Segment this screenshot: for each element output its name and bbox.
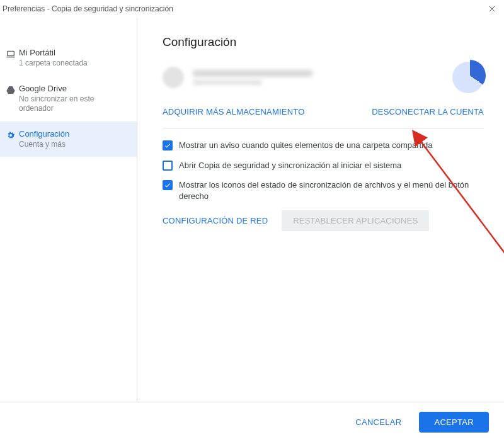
window-title: Preferencias - Copia de seguridad y sinc… xyxy=(3,4,173,13)
sidebar-item-laptop[interactable]: Mi Portátil 1 carpeta conectada xyxy=(0,40,137,76)
page-title: Configuración xyxy=(163,35,484,49)
drive-icon xyxy=(3,85,19,95)
get-more-storage-link[interactable]: ADQUIRIR MÁS ALMACENAMIENTO xyxy=(163,107,304,116)
close-icon[interactable] xyxy=(486,3,498,14)
checkbox[interactable] xyxy=(163,140,173,150)
checkbox[interactable] xyxy=(163,161,173,171)
network-settings-button[interactable]: CONFIGURACIÓN DE RED xyxy=(163,216,268,225)
sidebar-item-label: Google Drive xyxy=(19,84,130,93)
laptop-icon xyxy=(3,49,19,59)
sidebar-item-sublabel: Cuenta y más xyxy=(19,140,130,150)
account-row xyxy=(163,62,484,93)
sidebar: Mi Portátil 1 carpeta conectada Google D… xyxy=(0,18,137,402)
titlebar: Preferencias - Copia de seguridad y sinc… xyxy=(0,0,504,18)
sidebar-item-sublabel: No sincronizar en este ordenador xyxy=(19,94,130,114)
option-label: Abrir Copia de seguridad y sincronizació… xyxy=(179,160,401,171)
option-label: Mostrar los iconos del estado de sincron… xyxy=(179,179,484,201)
svg-rect-2 xyxy=(8,51,14,55)
checkbox[interactable] xyxy=(163,180,173,190)
disconnect-account-link[interactable]: DESCONECTAR LA CUENTA xyxy=(372,107,484,116)
avatar xyxy=(163,67,184,88)
sidebar-item-drive[interactable]: Google Drive No sincronizar en este orde… xyxy=(0,76,137,122)
dialog-footer: CANCELAR ACEPTAR xyxy=(0,402,504,442)
sidebar-item-label: Configuración xyxy=(19,129,130,139)
account-info-redacted xyxy=(193,70,444,85)
cancel-button[interactable]: CANCELAR xyxy=(343,412,414,433)
sidebar-item-label: Mi Portátil xyxy=(19,48,130,57)
reset-apps-button: RESTABLECER APLICACIONES xyxy=(282,210,429,231)
accept-button[interactable]: ACEPTAR xyxy=(419,412,489,433)
storage-pie-chart xyxy=(452,62,484,93)
svg-marker-4 xyxy=(6,86,14,94)
sidebar-item-settings[interactable]: Configuración Cuenta y más xyxy=(0,122,137,157)
sidebar-item-sublabel: 1 carpeta conectada xyxy=(19,59,130,69)
option-row: Abrir Copia de seguridad y sincronizació… xyxy=(163,160,484,171)
main-panel: Configuración ADQUIRIR MÁS ALMACENAMIENT… xyxy=(137,18,504,402)
option-label: Mostrar un aviso cuando quites elementos… xyxy=(179,140,433,151)
options-list: Mostrar un aviso cuando quites elementos… xyxy=(163,128,484,201)
option-row: Mostrar un aviso cuando quites elementos… xyxy=(163,140,484,151)
gear-icon xyxy=(3,130,19,140)
option-row: Mostrar los iconos del estado de sincron… xyxy=(163,179,484,201)
